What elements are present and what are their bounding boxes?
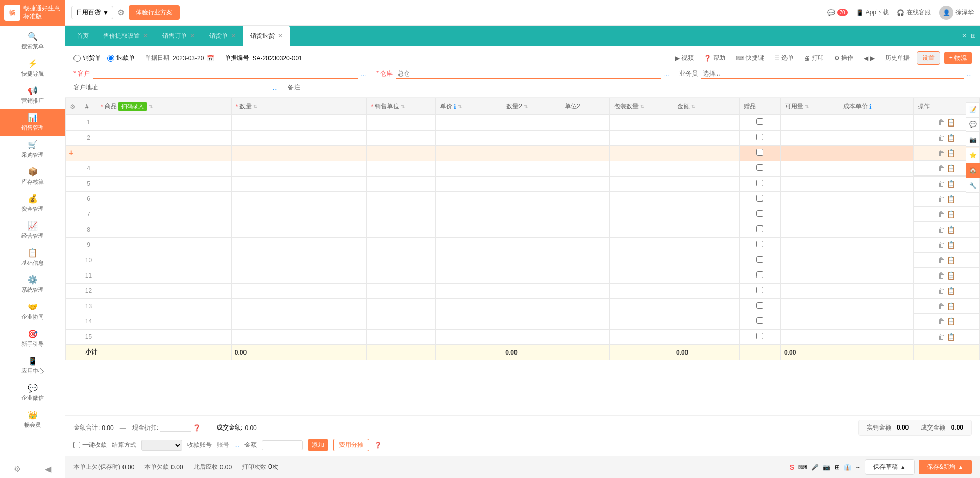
- tab-price[interactable]: 售价提取设置 ✕: [96, 26, 155, 46]
- gift-checkbox-5[interactable]: [756, 180, 763, 186]
- copy-icon-2[interactable]: 📋: [947, 134, 955, 142]
- sidebar-item-enterprise[interactable]: 🤝 企业协同: [0, 298, 65, 325]
- gift-checkbox-14[interactable]: [756, 317, 763, 324]
- tab-price-close[interactable]: ✕: [143, 32, 148, 39]
- salesperson-dots[interactable]: ...: [967, 70, 972, 78]
- delete-icon-14[interactable]: 🗑: [938, 317, 945, 325]
- add-btn[interactable]: 添加: [308, 439, 328, 451]
- delete-icon-5[interactable]: 🗑: [938, 180, 945, 188]
- copy-icon-7[interactable]: 📋: [947, 210, 955, 218]
- customer-dots[interactable]: ...: [361, 70, 366, 78]
- copy-icon-3[interactable]: 📋: [947, 149, 955, 157]
- sidebar-item-purchase[interactable]: 🛒 采购管理: [0, 136, 65, 163]
- save-draft-btn[interactable]: 保存草稿 ▲: [865, 459, 915, 475]
- delete-icon-10[interactable]: 🗑: [938, 256, 945, 264]
- right-panel-photo[interactable]: 📷: [966, 133, 980, 147]
- delete-icon-13[interactable]: 🗑: [938, 302, 945, 310]
- avail-sort-icon[interactable]: ⇅: [805, 104, 809, 109]
- sidebar-item-system[interactable]: ⚙️ 系统管理: [0, 271, 65, 298]
- experience-btn[interactable]: 体验行业方案: [129, 5, 180, 20]
- copy-icon-4[interactable]: 📋: [947, 164, 955, 172]
- warehouse-dots[interactable]: ...: [664, 70, 669, 78]
- warehouse-input[interactable]: [396, 69, 660, 79]
- sidebar-item-shortcuts[interactable]: ⚡ 快捷导航: [0, 55, 65, 82]
- gift-checkbox-15[interactable]: [756, 333, 763, 339]
- fee-btn[interactable]: 费用分摊: [333, 439, 369, 451]
- scan-input-btn[interactable]: 扫码录入: [118, 102, 147, 111]
- delete-icon-11[interactable]: 🗑: [938, 271, 945, 280]
- right-panel-chat[interactable]: 💬: [966, 117, 980, 132]
- discount-help-icon[interactable]: ❓: [193, 424, 201, 432]
- pack-sort-icon[interactable]: ⇅: [640, 104, 644, 109]
- copy-icon-6[interactable]: 📋: [947, 195, 955, 203]
- gift-checkbox-11[interactable]: [756, 271, 763, 278]
- toolbar-operation-btn[interactable]: ⚙ 操作: [831, 53, 856, 63]
- user-profile[interactable]: 👤 徐泽华: [939, 6, 974, 20]
- tab-order-close[interactable]: ✕: [190, 32, 195, 39]
- price-info-icon[interactable]: ℹ: [454, 103, 456, 110]
- copy-icon-1[interactable]: 📋: [947, 118, 955, 127]
- onepay-checkbox[interactable]: [74, 442, 80, 448]
- sidebar-item-sales[interactable]: 📊 销售管理: [0, 109, 65, 136]
- copy-icon-13[interactable]: 📋: [947, 302, 955, 310]
- table-gear-icon[interactable]: ⚙: [70, 103, 76, 110]
- radio-return-input[interactable]: [107, 55, 114, 62]
- gift-checkbox-2[interactable]: [756, 134, 763, 140]
- sidebar-settings-icon[interactable]: ⚙: [14, 464, 21, 474]
- message-btn[interactable]: 💬 70: [827, 9, 848, 16]
- price-sort-icon[interactable]: ⇅: [458, 104, 462, 109]
- delete-icon-2[interactable]: 🗑: [938, 134, 945, 142]
- tab-return-close[interactable]: ✕: [278, 32, 283, 39]
- copy-icon-12[interactable]: 📋: [947, 287, 955, 295]
- product-input-3[interactable]: [100, 149, 228, 157]
- toolbar-select-btn[interactable]: ☰ 选单: [771, 53, 797, 63]
- copy-icon-14[interactable]: 📋: [947, 317, 955, 325]
- qty-input-1[interactable]: [235, 119, 363, 126]
- copy-icon-15[interactable]: 📋: [947, 333, 955, 341]
- toolbar-print-btn[interactable]: 🖨 打印: [801, 53, 827, 63]
- delete-icon-7[interactable]: 🗑: [938, 210, 945, 218]
- sidebar-item-basic[interactable]: 📋 基础信息: [0, 244, 65, 271]
- delete-icon-1[interactable]: 🗑: [938, 118, 945, 127]
- address-input[interactable]: [101, 83, 270, 92]
- delete-icon-9[interactable]: 🗑: [938, 241, 945, 249]
- gift-checkbox-1[interactable]: [756, 118, 763, 125]
- add-logistics-button[interactable]: + 物流: [944, 52, 972, 64]
- gift-checkbox-10[interactable]: [756, 256, 763, 263]
- sidebar-item-finance[interactable]: 💰 资金管理: [0, 190, 65, 217]
- gift-checkbox-6[interactable]: [756, 195, 763, 202]
- customer-input[interactable]: [93, 69, 358, 79]
- add-row-btn[interactable]: +: [69, 148, 74, 157]
- address-dots[interactable]: ...: [273, 84, 278, 91]
- gift-checkbox-8[interactable]: [756, 225, 763, 232]
- topbar-gear-icon[interactable]: ⚙: [117, 8, 125, 17]
- qty2-sort-icon[interactable]: ⇅: [524, 104, 528, 109]
- fee-help-icon[interactable]: ❓: [374, 442, 382, 449]
- copy-icon-9[interactable]: 📋: [947, 241, 955, 249]
- toolbar-help-btn[interactable]: ❓ 帮助: [701, 53, 728, 63]
- toolbar-history-label[interactable]: 历史单据: [882, 53, 913, 63]
- copy-icon-10[interactable]: 📋: [947, 256, 955, 264]
- sidebar-item-newbie[interactable]: 🎯 新手引导: [0, 325, 65, 352]
- remark-input[interactable]: [303, 83, 972, 92]
- settings-button[interactable]: 设置: [917, 51, 940, 65]
- salesperson-input[interactable]: [701, 69, 964, 79]
- sidebar-item-wecom[interactable]: 💬 企业微信: [0, 379, 65, 406]
- toolbar-video-btn[interactable]: ▶ 视频: [672, 53, 697, 63]
- calendar-icon[interactable]: 📅: [207, 55, 214, 62]
- amount-sort-icon[interactable]: ⇅: [691, 104, 695, 109]
- radio-delivery[interactable]: 销货单: [74, 54, 101, 62]
- amount-input[interactable]: [262, 440, 303, 450]
- unit-sort-icon[interactable]: ⇅: [401, 104, 405, 109]
- discount-input[interactable]: [160, 424, 191, 432]
- tab-return[interactable]: 销货退货 ✕: [243, 26, 290, 46]
- delete-icon-8[interactable]: 🗑: [938, 225, 945, 234]
- radio-delivery-input[interactable]: [74, 55, 81, 62]
- industry-select[interactable]: 日用百货 ▼: [71, 6, 113, 19]
- right-panel-star[interactable]: ⭐: [966, 148, 980, 162]
- gift-checkbox-4[interactable]: [756, 164, 763, 171]
- copy-icon-5[interactable]: 📋: [947, 180, 955, 188]
- tab-maximize-icon[interactable]: ⊞: [971, 32, 976, 39]
- delete-icon-3[interactable]: 🗑: [938, 149, 945, 157]
- sidebar-item-apps[interactable]: 📱 应用中心: [0, 352, 65, 379]
